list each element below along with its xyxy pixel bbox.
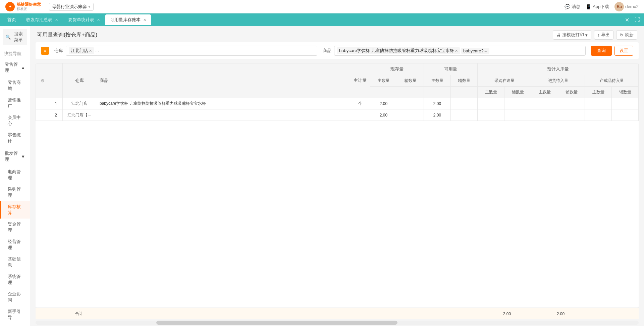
content-area: 可用量查询(按仓库+商品) 🖨 按模板打印 ▾ ↑ 导出 ↻ 刷新 — [30, 26, 644, 326]
th-settings: ⚙ — [36, 63, 49, 98]
print-icon: 🖨 — [556, 33, 561, 38]
total-remaining — [601, 308, 639, 319]
total-stock-main: 2.00 — [493, 308, 520, 319]
sidebar-item-wholesale[interactable]: 批发管理 ▼ — [0, 147, 30, 166]
cell-product-1: babycare学饮杯 儿童防摔防撞吸管杯重力球吸嘴杯宝宝水杯 — [96, 98, 350, 109]
th-stock-main2 — [370, 87, 397, 98]
refresh-icon: ↻ — [620, 33, 624, 38]
chevron-icon: ▲ — [21, 65, 25, 70]
warehouse-tag-close[interactable]: ✕ — [89, 49, 92, 53]
total-product-empty — [96, 308, 473, 319]
tab-available-stock[interactable]: 可用量库存账本 ✕ — [105, 14, 151, 25]
cell-product-2 — [96, 109, 350, 121]
sidebar-item-marketing[interactable]: 营销推广 — [0, 94, 30, 112]
cell-incoming-aux-1 — [558, 98, 585, 109]
cell-incoming-main-1 — [531, 98, 558, 109]
filter-action-buttons: 查询 设置 — [591, 46, 633, 56]
sidebar: 🔍 搜索菜单 快捷导航 零售管理 ▲ 零售商城 营销推广 会员中心 零售统计 — [0, 26, 30, 326]
query-button[interactable]: 查询 — [591, 46, 612, 56]
cell-incoming-aux-2 — [558, 109, 585, 121]
cell-warehouse-2: 江北门店【... — [63, 109, 96, 121]
settings-button[interactable]: 设置 — [614, 46, 633, 56]
message-icon: 💬 — [565, 4, 570, 9]
th-production-main: 主数量 — [585, 87, 612, 98]
sidebar-group-wholesale: 批发管理 ▼ — [0, 147, 30, 166]
tab-close-receive-send[interactable]: ✕ — [55, 18, 58, 22]
cell-index-1: 1 — [49, 98, 63, 109]
cell-production-aux-1 — [612, 98, 639, 109]
refresh-button[interactable]: ↻ 刷新 — [616, 30, 637, 40]
tab-order-stats[interactable]: 要货单统计表 ✕ — [63, 14, 105, 25]
th-stock-aux2 — [397, 87, 424, 98]
th-index — [49, 63, 63, 98]
product-input[interactable]: babycare学饮杯 儿童防摔防撞吸管杯重力球吸嘴杯宝宝水杯 ✕ babyca… — [334, 46, 586, 56]
tab-home[interactable]: 首页 — [3, 14, 21, 25]
cell-settings-1 — [36, 98, 49, 109]
cell-unit-1: 个 — [350, 98, 370, 109]
th-warehouse: 仓库 — [63, 63, 96, 98]
th-available-main2 — [424, 87, 451, 98]
sidebar-item-inventory[interactable]: 库存核算 — [0, 201, 30, 219]
total-unit-empty — [473, 308, 493, 319]
tab-maximize-button[interactable]: ⛶ — [633, 17, 641, 23]
th-stock-aux: 辅数量 — [397, 75, 424, 87]
th-purchase-aux: 辅数量 — [504, 87, 531, 98]
export-button[interactable]: ↑ 导出 — [594, 30, 614, 40]
th-incoming-main: 主数量 — [531, 87, 558, 98]
industry-selector[interactable]: 母婴行业演示账套 ▾ — [49, 3, 94, 11]
sidebar-item-appcenter[interactable]: 应用中心 — [0, 323, 30, 326]
sidebar-item-ecommerce[interactable]: 电商管理 — [0, 166, 30, 184]
total-row: 合计 2.00 2.00 — [36, 308, 639, 319]
app-download-button[interactable]: 📱 App下载 — [586, 4, 609, 10]
tab-close-order-stats[interactable]: ✕ — [97, 18, 100, 22]
sidebar-item-newguide[interactable]: 新手引导 — [0, 306, 30, 323]
sidebar-item-retail[interactable]: 零售管理 ▲ — [0, 58, 30, 77]
tab-close-available-stock[interactable]: ✕ — [143, 18, 146, 22]
brand-name: 畅捷通好生意 标准版 — [17, 2, 41, 11]
th-available-aux2 — [451, 87, 478, 98]
filter-expand-button[interactable]: » — [41, 47, 49, 55]
warehouse-more-icon[interactable]: ··· — [95, 48, 99, 53]
th-available-main: 主数量 — [424, 75, 451, 87]
tab-close-all-button[interactable]: ✕ — [624, 17, 631, 23]
top-bar-left: ✦ 畅捷通好生意 标准版 母婴行业演示账套 ▾ — [5, 2, 94, 11]
th-production-group: 产成品待入量 — [585, 75, 639, 87]
sidebar-item-system[interactable]: 系统管理 — [0, 271, 30, 288]
sidebar-item-retail-mall[interactable]: 零售商城 — [0, 77, 30, 94]
total-label: 合计 — [62, 308, 96, 319]
message-button[interactable]: 💬 消息 — [565, 4, 580, 10]
warehouse-input[interactable]: 江北门店 ✕ ··· — [66, 46, 317, 56]
total-table: 合计 2.00 2.00 — [36, 308, 639, 319]
user-profile[interactable]: Ea demo2 — [614, 2, 639, 11]
th-purchase-main: 主数量 — [478, 87, 504, 98]
cell-purchase-aux-1 — [504, 98, 531, 109]
warehouse-filter: 仓库 江北门店 ✕ ··· — [54, 46, 317, 56]
avatar: Ea — [614, 2, 624, 11]
sidebar-item-finance[interactable]: 资金管理 — [0, 219, 30, 236]
th-available-group: 可用量 — [424, 63, 478, 75]
brand-logo: ✦ 畅捷通好生意 标准版 — [5, 2, 41, 11]
product-tag1-close[interactable]: ✕ — [455, 49, 458, 53]
print-button[interactable]: 🖨 按模板打印 ▾ — [553, 30, 591, 40]
table-row: 1 江北门店 babycare学饮杯 儿童防摔防撞吸管杯重力球吸嘴杯宝宝水杯 个… — [36, 98, 639, 109]
sidebar-item-enterprise[interactable]: 企业协同 — [0, 288, 30, 306]
sidebar-item-basic[interactable]: 基础信息 — [0, 253, 30, 271]
data-table: ⚙ 仓库 商品 主计量 现存量 — [36, 63, 639, 121]
sidebar-item-member[interactable]: 会员中心 — [0, 112, 30, 129]
gear-icon[interactable]: ⚙ — [41, 78, 45, 83]
horizontal-scrollbar[interactable] — [36, 321, 639, 325]
product-label: 商品 — [323, 48, 331, 54]
export-icon: ↑ — [598, 33, 600, 38]
sidebar-item-operations[interactable]: 经营管理 — [0, 236, 30, 253]
sidebar-item-purchase[interactable]: 采购管理 — [0, 184, 30, 201]
tab-receive-send[interactable]: 收发存汇总表 ✕ — [21, 14, 63, 25]
cell-production-aux-2 — [612, 109, 639, 121]
sidebar-item-retail-stats[interactable]: 零售统计 — [0, 129, 30, 147]
scroll-thumb[interactable] — [156, 321, 397, 325]
cell-avail-main-1: 2.00 — [424, 98, 451, 109]
sidebar-search-button[interactable]: 🔍 搜索菜单 — [3, 29, 27, 45]
cell-avail-aux-2 — [451, 109, 478, 121]
warehouse-label: 仓库 — [54, 48, 63, 54]
th-incoming-aux: 辅数量 — [558, 87, 585, 98]
page-title: 可用量查询(按仓库+商品) — [37, 32, 97, 39]
